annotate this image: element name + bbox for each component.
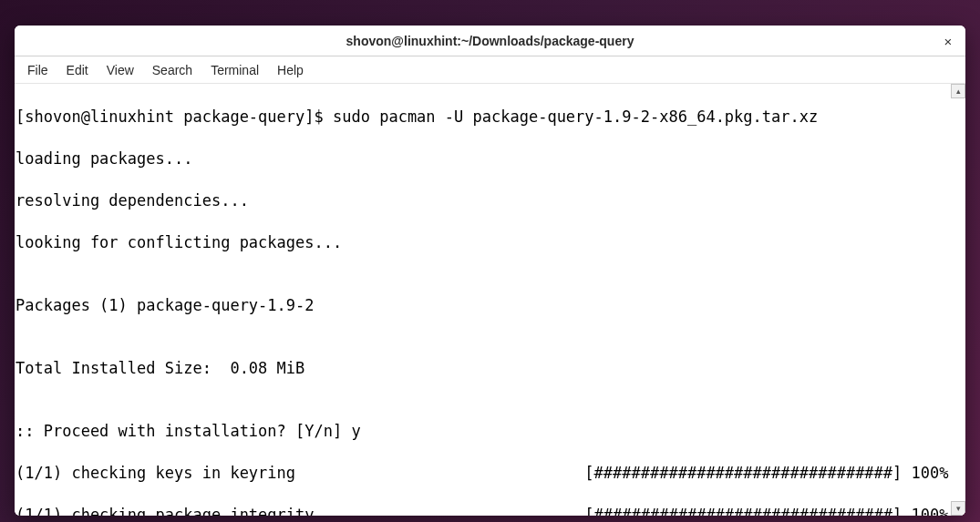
prompt: [shovon@linuxhint package-query]$ bbox=[15, 107, 333, 126]
terminal-line: (1/1) checking package integrity [######… bbox=[15, 505, 965, 516]
menu-view[interactable]: View bbox=[98, 59, 143, 81]
desktop-background: shovon@linuxhint:~/Downloads/package-que… bbox=[0, 0, 980, 522]
menu-edit[interactable]: Edit bbox=[57, 59, 98, 81]
terminal-window: shovon@linuxhint:~/Downloads/package-que… bbox=[15, 26, 965, 516]
terminal-line: (1/1) checking keys in keyring [########… bbox=[15, 463, 965, 484]
terminal-line: Packages (1) package-query-1.9-2 bbox=[15, 295, 965, 316]
close-icon: × bbox=[944, 34, 953, 49]
window-title: shovon@linuxhint:~/Downloads/package-que… bbox=[346, 34, 634, 48]
terminal-line: Total Installed Size: 0.08 MiB bbox=[15, 358, 965, 379]
terminal-line: looking for conflicting packages... bbox=[15, 232, 965, 253]
menu-file[interactable]: File bbox=[18, 59, 57, 81]
titlebar: shovon@linuxhint:~/Downloads/package-que… bbox=[15, 26, 965, 56]
scroll-down-button[interactable]: ▾ bbox=[951, 501, 965, 516]
scroll-up-button[interactable]: ▴ bbox=[951, 84, 965, 98]
command-text: sudo pacman -U package-query-1.9-2-x86_6… bbox=[333, 107, 818, 126]
menu-help[interactable]: Help bbox=[268, 59, 313, 81]
chevron-up-icon: ▴ bbox=[956, 87, 961, 96]
menu-terminal[interactable]: Terminal bbox=[201, 59, 268, 81]
menu-search[interactable]: Search bbox=[143, 59, 201, 81]
terminal-area[interactable]: [shovon@linuxhint package-query]$ sudo p… bbox=[15, 84, 965, 516]
terminal-line: resolving dependencies... bbox=[15, 190, 965, 211]
terminal-line: loading packages... bbox=[15, 148, 965, 169]
menubar: File Edit View Search Terminal Help bbox=[15, 56, 965, 84]
close-button[interactable]: × bbox=[938, 31, 958, 51]
terminal-line: :: Proceed with installation? [Y/n] y bbox=[15, 421, 965, 442]
terminal-line: [shovon@linuxhint package-query]$ sudo p… bbox=[15, 107, 965, 128]
chevron-down-icon: ▾ bbox=[956, 504, 961, 513]
